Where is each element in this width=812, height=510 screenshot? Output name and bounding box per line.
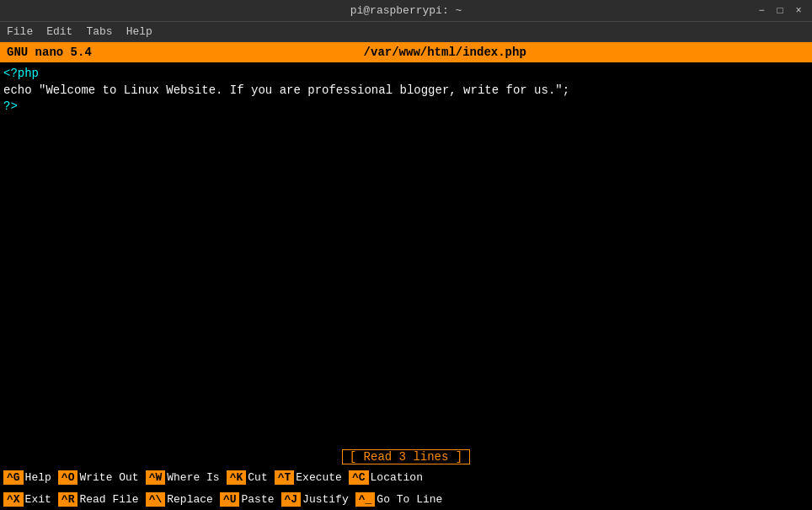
title-text: pi@raspberrypi: ~ — [350, 4, 462, 17]
shortcut-label: Execute — [296, 471, 342, 484]
editor-line-2: echo "Welcome to Linux Website. If you a… — [3, 83, 809, 99]
shortcut-ctrl-J[interactable]: ^JJustify — [281, 492, 349, 507]
menubar: FileEditTabsHelp — [0, 22, 812, 42]
status-text: [ Read 3 lines ] — [342, 449, 470, 464]
shortcut-ctrl-U[interactable]: ^UPaste — [220, 492, 275, 507]
shortcut-key: ^O — [58, 470, 78, 485]
shortcut-ctrl-W[interactable]: ^WWhere Is — [146, 470, 220, 485]
shortcut-key: ^J — [281, 492, 302, 507]
shortcut-key: ^R — [58, 492, 78, 507]
shortcut-key: ^X — [3, 492, 24, 507]
shortcut-key: ^W — [146, 470, 166, 485]
close-button[interactable]: × — [792, 4, 805, 18]
menu-help[interactable]: Help — [126, 25, 152, 38]
shortcut-bar-1: ^GHelp^OWrite Out^WWhere Is^KCut^TExecut… — [0, 466, 812, 488]
shortcut-label: Paste — [241, 493, 274, 506]
shortcut-ctrl-K[interactable]: ^KCut — [227, 470, 268, 485]
statusbar: [ Read 3 lines ] — [0, 448, 812, 466]
shortcut-ctrl-O[interactable]: ^OWrite Out — [58, 470, 139, 485]
shortcut-label: Location — [371, 471, 423, 484]
editor-line-3: ?> — [3, 99, 809, 115]
shortcut-label: Read File — [79, 493, 138, 506]
shortcut-label: Where Is — [167, 471, 219, 484]
nano-filename: /var/www/html/index.php — [364, 46, 526, 59]
menu-edit[interactable]: Edit — [46, 25, 72, 38]
nano-header: GNU nano 5.4 /var/www/html/index.php — [0, 42, 812, 62]
nano-header-right — [799, 46, 805, 59]
nano-version: GNU nano 5.4 — [7, 46, 92, 59]
shortcut-bar-2: ^XExit^RRead File^\Replace^UPaste^JJusti… — [0, 488, 812, 510]
maximize-button[interactable]: □ — [773, 4, 787, 18]
menu-tabs[interactable]: Tabs — [86, 25, 112, 38]
shortcut-label: Justify — [302, 493, 349, 506]
shortcut-ctrl-R[interactable]: ^RRead File — [58, 492, 139, 507]
editor[interactable]: <?phpecho "Welcome to Linux Website. If … — [0, 62, 812, 448]
shortcut-label: Write Out — [79, 471, 138, 484]
shortcut-ctrl-T[interactable]: ^TExecute — [275, 470, 342, 485]
editor-line-1: <?php — [3, 66, 809, 83]
shortcut-ctrl-C[interactable]: ^CLocation — [349, 470, 423, 485]
shortcut-ctrl-G[interactable]: ^GHelp — [3, 470, 51, 485]
menu-file[interactable]: File — [7, 25, 33, 38]
shortcut-key: ^C — [349, 470, 369, 485]
shortcut-label: Replace — [167, 493, 213, 506]
shortcut-ctrl-X[interactable]: ^XExit — [3, 492, 51, 507]
shortcut-key: ^\ — [146, 492, 166, 507]
shortcut-label: Help — [25, 471, 51, 484]
shortcut-key: ^T — [275, 470, 295, 485]
shortcut-ctrl-backslash[interactable]: ^\Replace — [146, 492, 213, 507]
titlebar: pi@raspberrypi: ~ − □ × — [0, 0, 812, 22]
shortcut-key: ^U — [220, 492, 240, 507]
shortcut-key: ^_ — [355, 492, 376, 507]
shortcut-label: Go To Line — [377, 493, 442, 506]
shortcut-label: Exit — [25, 493, 51, 506]
minimize-button[interactable]: − — [755, 4, 768, 18]
shortcut-key: ^K — [227, 470, 247, 485]
shortcut-key: ^G — [3, 470, 24, 485]
shortcut-ctrl-underscore[interactable]: ^_Go To Line — [355, 492, 443, 507]
shortcut-label: Cut — [248, 471, 267, 484]
